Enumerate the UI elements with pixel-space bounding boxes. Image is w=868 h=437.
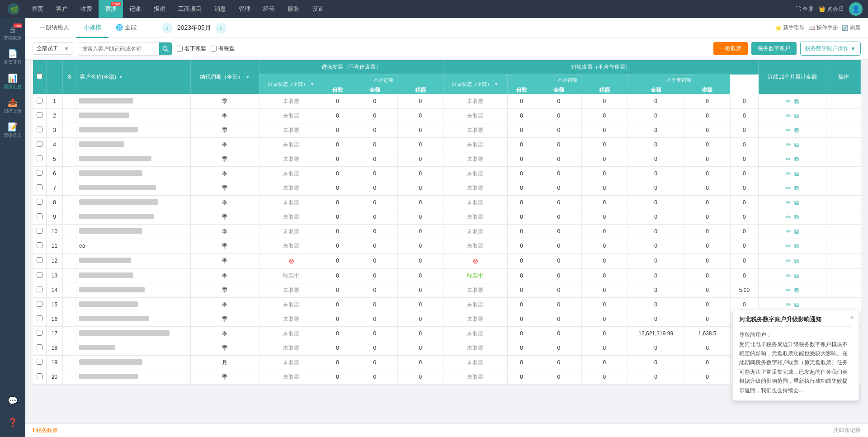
prev-month-button[interactable]: ‹ (162, 23, 173, 33)
select-all-checkbox[interactable] (37, 73, 42, 79)
edit-button[interactable]: ✏ (786, 199, 791, 206)
employee-select[interactable]: 全部员工 ▼ (33, 42, 73, 55)
my-accounts-checkbox-label[interactable]: 名下账套 (177, 45, 206, 52)
row-checkbox[interactable] (37, 155, 42, 161)
search-button[interactable] (159, 42, 172, 55)
row-checkbox[interactable] (37, 272, 42, 278)
nav-item-operations[interactable]: 经营 (257, 0, 281, 18)
edit-button[interactable]: ✏ (786, 170, 791, 177)
row-checkbox[interactable] (37, 98, 42, 103)
sidebar-chat-button[interactable]: 💬 (4, 392, 22, 410)
sidebar-item-scan-upload[interactable]: 📤 扫描上传 (1, 95, 24, 117)
th-customer-name[interactable]: 客户名称(全部) ▼ (76, 60, 191, 94)
sidebar-item-smart-fetch[interactable]: 🖨 智能取票 new (1, 22, 24, 44)
tax-digital-account-button[interactable]: 税务数字账户 (751, 42, 797, 55)
nav-item-business[interactable]: 工商项目 (172, 0, 208, 18)
copy-button[interactable]: ⧉ (794, 112, 799, 119)
row-checkbox[interactable] (37, 301, 42, 307)
nav-item-settings[interactable]: 设置 (306, 0, 330, 18)
manual-button[interactable]: 📖 操作手册 (808, 24, 838, 32)
has-tax-disc-checkbox[interactable] (211, 46, 217, 52)
search-input[interactable] (78, 43, 160, 54)
refresh-button[interactable]: 🔄 刷新 (842, 24, 861, 32)
row-checkbox[interactable] (37, 184, 42, 190)
row-checkbox[interactable] (37, 199, 42, 205)
nav-item-service[interactable]: 服务 (281, 0, 306, 18)
row-deduct-amount: 0 (627, 137, 684, 152)
row-checkbox[interactable] (37, 213, 42, 219)
nav-item-home[interactable]: 首页 (25, 0, 50, 18)
copy-button[interactable]: ⧉ (794, 170, 799, 177)
popup-close-button[interactable]: × (850, 314, 854, 322)
copy-button[interactable]: ⧉ (794, 155, 799, 163)
sidebar-help-button[interactable]: ❓ (4, 414, 22, 432)
row-checkbox[interactable] (37, 228, 42, 234)
tab-small-scale[interactable]: 小规模 (76, 18, 108, 38)
edit-button[interactable]: ✏ (786, 272, 791, 279)
copy-button[interactable]: ⧉ (794, 301, 799, 308)
fullscreen-button[interactable]: ⛶ 全屏 (795, 5, 813, 13)
row-checkbox[interactable] (37, 359, 42, 365)
nav-item-account[interactable]: 记账 (123, 0, 147, 18)
row-checkbox[interactable] (37, 242, 42, 248)
edit-button[interactable]: ✏ (786, 228, 791, 235)
app-logo[interactable]: 🌿 (5, 1, 22, 17)
next-month-button[interactable]: › (216, 23, 226, 33)
edit-button[interactable]: ✏ (786, 301, 791, 308)
row-checkbox[interactable] (37, 287, 42, 292)
copy-button[interactable]: ⧉ (794, 98, 799, 105)
row-checkbox[interactable] (37, 141, 42, 147)
nav-item-tax[interactable]: 报税 (147, 0, 172, 18)
edit-button[interactable]: ✏ (786, 287, 791, 294)
copy-button[interactable]: ⧉ (794, 287, 799, 294)
row-checkbox[interactable] (37, 315, 42, 321)
tax-digital-ops-button[interactable]: 税务数字账户操作 ▼ (800, 42, 861, 56)
edit-button[interactable]: ✏ (786, 141, 791, 148)
my-accounts-checkbox[interactable] (177, 46, 183, 52)
one-click-fetch-button[interactable]: 一键取票 (713, 42, 748, 55)
row-num: 11 (47, 239, 63, 253)
nav-item-customer[interactable]: 客户 (50, 0, 74, 18)
member-button[interactable]: 👑 购会员 (819, 5, 844, 13)
tab-all-capable[interactable]: 🌐 全能 (108, 18, 144, 38)
th-output-status[interactable]: 取票状态（全部） ▼ (443, 75, 507, 94)
copy-button[interactable]: ⧉ (794, 242, 799, 249)
nav-item-message[interactable]: 消息 (208, 0, 232, 18)
sidebar-item-invoice-open[interactable]: 📄 发票开具 (1, 46, 24, 69)
edit-button[interactable]: ✏ (786, 184, 791, 192)
edit-button[interactable]: ✏ (786, 213, 791, 221)
edit-button[interactable]: ✏ (786, 127, 791, 134)
row-checkbox[interactable] (37, 373, 42, 379)
nav-item-manage[interactable]: 管理 (232, 0, 257, 18)
edit-button[interactable]: ✏ (786, 155, 791, 163)
copy-button[interactable]: ⧉ (794, 141, 799, 148)
row-checkbox[interactable] (37, 257, 42, 263)
edit-button[interactable]: ✏ (786, 98, 791, 105)
sidebar-item-invoice-summary[interactable]: 📊 票据汇总 (1, 70, 24, 93)
tab-general-taxpayer[interactable]: 一般纳税人 (33, 18, 76, 38)
new-guide-button[interactable]: ⭐ 新手引导 (775, 24, 805, 32)
tax-policy-link[interactable]: ℹ 税务政策 (33, 427, 58, 434)
nav-item-fee[interactable]: 收费 (74, 0, 99, 18)
sidebar-item-invoice-entry[interactable]: 📝 票据录入 (1, 119, 24, 142)
row-checkbox[interactable] (37, 170, 42, 176)
user-avatar[interactable]: 👤 (849, 2, 863, 16)
th-tax-period[interactable]: 纳税周期（全部） ▼ (190, 60, 259, 94)
has-tax-disc-checkbox-label[interactable]: 有税盘 (211, 45, 235, 52)
copy-button[interactable]: ⧉ (794, 199, 799, 206)
th-input-status[interactable]: 取票状态（全部） ▼ (259, 75, 323, 94)
copy-button[interactable]: ⧉ (794, 272, 799, 279)
copy-button[interactable]: ⧉ (794, 213, 799, 221)
copy-button[interactable]: ⧉ (794, 257, 799, 264)
edit-button[interactable]: ✏ (786, 257, 791, 264)
copy-button[interactable]: ⧉ (794, 127, 799, 134)
row-checkbox[interactable] (37, 127, 42, 132)
edit-button[interactable]: ✏ (786, 242, 791, 249)
copy-button[interactable]: ⧉ (794, 184, 799, 192)
copy-button[interactable]: ⧉ (794, 228, 799, 235)
row-checkbox[interactable] (37, 112, 42, 118)
nav-item-invoice[interactable]: 票据 new (99, 0, 123, 18)
edit-button[interactable]: ✏ (786, 112, 791, 119)
row-checkbox[interactable] (37, 344, 42, 350)
row-checkbox[interactable] (37, 330, 42, 336)
